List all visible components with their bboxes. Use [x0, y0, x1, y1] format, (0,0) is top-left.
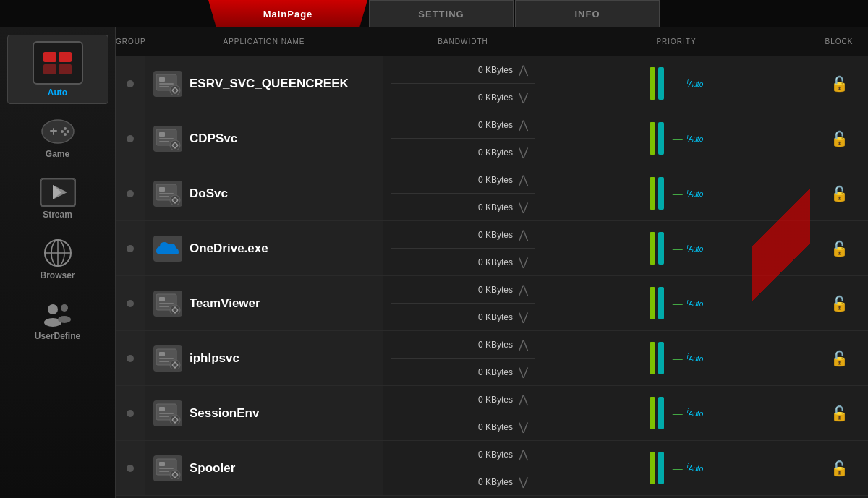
bw-down-arrow[interactable]: ⋁ — [519, 255, 528, 269]
priority-teal-bar — [658, 342, 664, 374]
app-row-inner: TeamViewer 0 KBytes ⋀ 0 KBytes ⋁ — [116, 276, 868, 330]
row-app-col: SessionEnv — [145, 386, 383, 440]
bw-up-arrow[interactable]: ⋀ — [519, 283, 528, 296]
priority-green-bar — [650, 287, 655, 319]
bw-up-line: 0 KBytes ⋀ — [383, 386, 542, 413]
lock-icon[interactable]: 🔓 — [830, 240, 848, 257]
row-block-col: 🔓 — [810, 221, 868, 275]
app-row-inner: Spooler 0 KBytes ⋀ 0 KBytes ⋁ — [116, 441, 868, 495]
priority-green-bar — [650, 232, 655, 265]
priority-teal-bar — [658, 177, 664, 210]
svg-rect-46 — [159, 416, 169, 417]
lock-icon[interactable]: 🔓 — [830, 350, 848, 367]
priority-dash: — — [673, 463, 683, 474]
priority-auto-label: iAuto — [687, 353, 703, 363]
priority-slider-area: — iAuto — [673, 78, 703, 90]
priority-slider-area: — iAuto — [673, 408, 703, 419]
bw-up-value: 0 KBytes — [462, 230, 513, 240]
row-block-col: 🔓 — [810, 111, 868, 166]
row-priority-col: — iAuto — [542, 166, 810, 220]
row-priority-col: — iAuto — [542, 276, 810, 330]
bw-down-arrow[interactable]: ⋁ — [519, 310, 528, 324]
bw-up-line: 0 KBytes ⋀ — [383, 111, 542, 138]
svg-rect-36 — [159, 306, 169, 307]
bw-down-value: 0 KBytes — [462, 367, 513, 377]
app-icon — [153, 236, 182, 262]
app-name: ESRV_SVC_QUEENCREEK — [190, 77, 349, 91]
bw-up-arrow[interactable]: ⋀ — [519, 392, 528, 406]
row-app-col: iphlpsvc — [145, 331, 383, 385]
svg-rect-31 — [159, 196, 169, 197]
bw-up-arrow[interactable]: ⋀ — [519, 173, 528, 186]
lock-icon[interactable]: 🔓 — [830, 130, 848, 147]
sidebar-item-game[interactable]: Game — [7, 111, 109, 165]
bw-up-value: 0 KBytes — [462, 65, 513, 75]
bw-down-line: 0 KBytes ⋁ — [383, 468, 542, 495]
bw-down-line: 0 KBytes ⋁ — [383, 249, 542, 275]
priority-slider-area: — iAuto — [673, 353, 703, 364]
priority-teal-bar — [658, 232, 664, 265]
bw-up-line: 0 KBytes ⋀ — [383, 441, 542, 468]
table-row: CDPSvc 0 KBytes ⋀ 0 KBytes ⋁ — [116, 111, 868, 166]
auto-block-4 — [59, 64, 72, 74]
bw-down-arrow[interactable]: ⋁ — [519, 200, 528, 214]
svg-point-16 — [61, 304, 68, 312]
lock-icon[interactable]: 🔓 — [830, 185, 848, 202]
sidebar-item-browser[interactable]: Browser — [7, 233, 109, 286]
priority-teal-bar — [658, 452, 664, 484]
row-group-dot — [127, 410, 134, 417]
row-group-dot — [127, 135, 134, 142]
app-icon — [153, 126, 182, 152]
row-group-col — [116, 166, 145, 220]
lock-icon[interactable]: 🔓 — [830, 75, 848, 93]
bw-down-arrow[interactable]: ⋁ — [519, 145, 528, 159]
lock-icon[interactable]: 🔓 — [830, 405, 848, 422]
bw-up-arrow[interactable]: ⋀ — [519, 338, 528, 351]
priority-auto-label: iAuto — [687, 243, 703, 253]
sidebar-item-stream[interactable]: Stream — [7, 172, 109, 226]
bw-down-arrow[interactable]: ⋁ — [519, 90, 528, 104]
priority-green-bar — [650, 397, 655, 429]
lock-icon[interactable]: 🔓 — [830, 295, 848, 312]
tab-mainpage[interactable]: MainPage — [208, 0, 367, 27]
svg-rect-45 — [159, 413, 174, 414]
svg-rect-21 — [159, 86, 169, 87]
auto-icon — [33, 41, 83, 85]
bw-down-arrow[interactable]: ⋁ — [519, 475, 528, 489]
priority-dash: — — [673, 298, 683, 309]
bw-down-value: 0 KBytes — [462, 477, 513, 487]
bw-up-arrow[interactable]: ⋀ — [519, 118, 528, 132]
bw-up-arrow[interactable]: ⋀ — [519, 63, 528, 77]
svg-rect-50 — [159, 468, 174, 469]
app-row-inner: ESRV_SVC_QUEENCREEK 0 KBytes ⋀ 0 KBytes … — [116, 56, 868, 111]
row-group-col — [116, 111, 145, 166]
priority-bars — [650, 342, 664, 374]
app-row-inner: SessionEnv 0 KBytes ⋀ 0 KBytes ⋁ — [116, 386, 868, 440]
col-header-bandwidth: BANDWIDTH — [383, 38, 542, 46]
row-priority-col: — iAuto — [542, 56, 810, 111]
app-row-inner: DoSvc 0 KBytes ⋀ 0 KBytes ⋁ — [116, 166, 868, 220]
svg-rect-25 — [159, 138, 174, 139]
svg-point-17 — [58, 316, 71, 323]
bw-up-arrow[interactable]: ⋀ — [519, 228, 528, 241]
bw-down-arrow[interactable]: ⋁ — [519, 365, 528, 379]
lock-icon[interactable]: 🔓 — [830, 460, 848, 477]
sidebar-item-stream-label: Stream — [43, 210, 72, 220]
priority-bars — [650, 452, 664, 484]
auto-block-2 — [59, 52, 72, 62]
row-priority-col: — iAuto — [542, 331, 810, 385]
row-group-dot — [127, 355, 134, 362]
tab-setting[interactable]: SETTING — [369, 0, 514, 27]
row-group-dot — [127, 190, 134, 197]
priority-auto-label: iAuto — [687, 463, 703, 473]
priority-green-bar — [650, 342, 655, 374]
svg-rect-51 — [159, 471, 169, 472]
game-icon — [40, 117, 76, 146]
bw-down-arrow[interactable]: ⋁ — [519, 420, 528, 434]
bw-down-value: 0 KBytes — [462, 202, 513, 212]
tab-info[interactable]: INFO — [515, 0, 660, 27]
bw-up-arrow[interactable]: ⋀ — [519, 447, 528, 461]
sidebar-item-auto[interactable]: Auto — [7, 35, 109, 104]
sidebar-item-userdefine[interactable]: UserDefine — [7, 293, 109, 347]
priority-auto-label: iAuto — [687, 188, 703, 198]
